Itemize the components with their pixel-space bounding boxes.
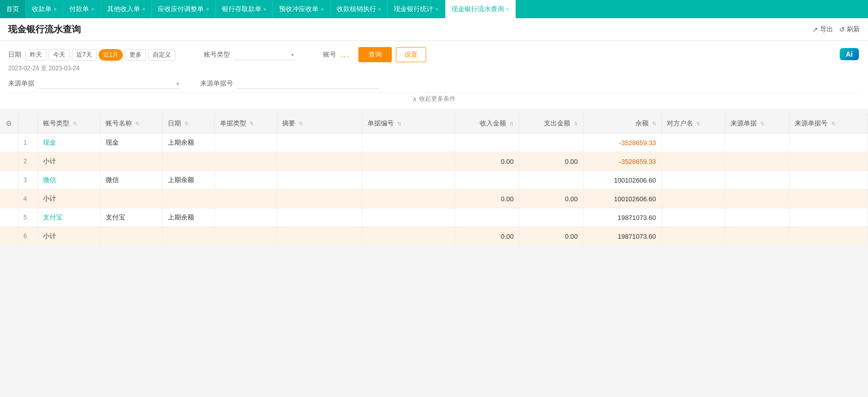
cell-counterparty (661, 152, 725, 171)
cell-balance: 19871073.60 (583, 208, 661, 227)
cell-source-doc-no (790, 227, 868, 246)
account-group: 账号 ... (323, 50, 350, 59)
nav-item-other-income[interactable]: 其他收入单 × (101, 0, 152, 18)
cell-summary (277, 171, 362, 190)
close-icon[interactable]: × (321, 6, 324, 12)
refresh-button[interactable]: ↺ 刷新 (839, 25, 860, 34)
sort-icon[interactable]: ⇅ (299, 121, 303, 126)
cell-voucher-type (214, 171, 277, 190)
page-title: 现金银行流水查询 (8, 23, 81, 35)
cell-date: 上期余额 (163, 134, 215, 152)
cell-income: 0.00 (455, 227, 519, 246)
cell-source-doc (725, 227, 790, 246)
date-btn-yesterday[interactable]: 昨天 (25, 49, 47, 61)
nav-item-flow-query[interactable]: 现金银行流水查询 × (445, 0, 516, 18)
cell-date (163, 152, 215, 171)
account-type-select[interactable] (234, 49, 295, 60)
date-btn-1month[interactable]: 近1月 (99, 49, 123, 61)
col-balance: 余额 ⇅ (583, 114, 661, 134)
cell-counterparty (661, 227, 725, 246)
cell-source-doc (725, 190, 790, 208)
cell-voucher-type (214, 190, 277, 208)
col-index (18, 114, 38, 134)
cell-voucher-no (362, 208, 455, 227)
close-icon[interactable]: × (54, 6, 57, 12)
sort-icon[interactable]: ⇅ (696, 121, 700, 126)
cell-account-name (100, 152, 162, 171)
sort-icon[interactable]: ⇅ (250, 121, 254, 126)
sort-icon[interactable]: ⇅ (831, 121, 835, 126)
cell-date (163, 227, 215, 246)
sort-icon[interactable]: ⇅ (135, 121, 139, 126)
cell-account-type[interactable]: 微信 (38, 171, 100, 190)
date-btn-today[interactable]: 今天 (49, 49, 70, 61)
close-icon[interactable]: × (378, 6, 381, 12)
nav-item-payment[interactable]: 付款单 × (63, 0, 101, 18)
close-icon[interactable]: × (142, 6, 145, 12)
source-doc-select[interactable] (38, 78, 180, 89)
settings-button[interactable]: 设置 (396, 47, 426, 62)
cell-source-doc (725, 152, 790, 171)
col-voucher-no: 单据编号 ⇅ (362, 114, 455, 134)
cell-index: 2 (18, 152, 38, 171)
cell-source-doc-no (790, 134, 868, 152)
col-expense: 支出金额 ⇅ (519, 114, 583, 134)
account-label: 账号 (323, 50, 336, 59)
sort-icon[interactable]: ⇅ (510, 121, 514, 126)
close-icon[interactable]: × (206, 6, 209, 12)
nav-item-stats[interactable]: 现金银行统计 × (388, 0, 445, 18)
account-dots-button[interactable]: ... (340, 50, 350, 59)
cell-source-doc-no (790, 171, 868, 190)
close-icon[interactable]: × (91, 6, 94, 12)
cell-balance: 19871073.60 (583, 227, 661, 246)
date-btn-custom[interactable]: 自定义 (148, 49, 175, 61)
date-btn-more[interactable]: 更多 (125, 49, 146, 61)
cell-account-name: 现金 (100, 134, 162, 152)
cell-source-doc-no (790, 190, 868, 208)
sort-icon[interactable]: ⇅ (185, 121, 189, 126)
cell-voucher-no (362, 152, 455, 171)
sort-icon[interactable]: ⇅ (397, 121, 401, 126)
close-icon[interactable]: × (506, 6, 509, 12)
cell-settings (0, 152, 18, 171)
cell-index: 4 (18, 190, 38, 208)
date-range-display: 2023-02-24 至 2023-03-24 (8, 64, 426, 73)
cell-account-type: 小计 (38, 190, 100, 208)
sort-icon[interactable]: ⇅ (73, 121, 77, 126)
cell-counterparty (661, 171, 725, 190)
cell-settings (0, 171, 18, 190)
table-row: 3微信微信上期余额100102606.60 (0, 171, 868, 190)
date-btn-7days[interactable]: 近7天 (72, 49, 97, 61)
nav-item-home[interactable]: 首页 (0, 0, 26, 18)
cell-account-type: 小计 (38, 227, 100, 246)
cell-expense: 0.00 (519, 152, 583, 171)
table-row: 6小计0.000.0019871073.60 (0, 227, 868, 246)
nav-item-adjustment[interactable]: 应收应付调整单 × (152, 0, 215, 18)
nav-item-collection[interactable]: 收款核销执行 × (331, 0, 388, 18)
nav-item-advance[interactable]: 预收冲应收单 × (273, 0, 330, 18)
source-doc-no-input[interactable] (237, 78, 379, 89)
query-button[interactable]: 查询 (358, 47, 392, 62)
col-summary: 摘要 ⇅ (277, 114, 362, 134)
cell-summary (277, 227, 362, 246)
collapse-bar[interactable]: ∧ 收起更多条件 (8, 92, 860, 103)
top-nav: 首页 收款单 × 付款单 × 其他收入单 × 应收应付调整单 × 银行存取款单 … (0, 0, 868, 18)
account-type-label: 账号类型 (204, 50, 230, 59)
ai-badge[interactable]: Ai (840, 48, 859, 60)
cell-account-type[interactable]: 支付宝 (38, 208, 100, 227)
cell-account-type[interactable]: 现金 (38, 134, 100, 152)
nav-item-receipt[interactable]: 收款单 × (26, 0, 63, 18)
sort-icon[interactable]: ⇅ (574, 121, 578, 126)
cell-index: 6 (18, 227, 38, 246)
sort-icon[interactable]: ⇅ (652, 121, 656, 126)
close-icon[interactable]: × (263, 6, 266, 12)
export-button[interactable]: ↗ 导出 (812, 25, 833, 34)
close-icon[interactable]: × (435, 6, 438, 12)
cell-balance: -3528659.33 (583, 152, 661, 171)
nav-item-bank-deposit[interactable]: 银行存取款单 × (216, 0, 273, 18)
cell-account-type: 小计 (38, 152, 100, 171)
gear-icon[interactable]: ⚙ (6, 119, 12, 127)
account-type-group: 账号类型 ▾ (204, 49, 295, 60)
sort-icon[interactable]: ⇅ (760, 121, 764, 126)
table-row: 5支付宝支付宝上期余额19871073.60 (0, 208, 868, 227)
